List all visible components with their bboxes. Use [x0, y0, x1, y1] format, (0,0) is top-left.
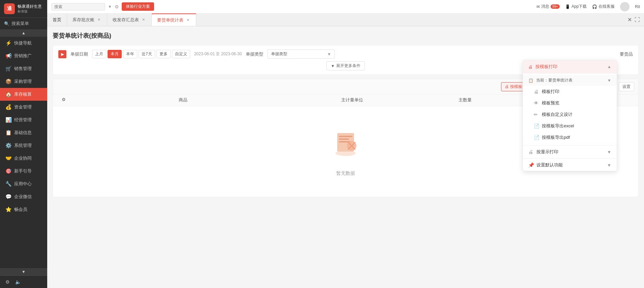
dropdown-title: 按模板打印	[535, 64, 557, 70]
topbar-search-input[interactable]	[51, 3, 105, 10]
marketing-icon: 📢	[5, 53, 11, 59]
date-btn-more[interactable]: 更多	[156, 50, 171, 58]
sidebar-item-basics[interactable]: 📋 基础信息	[0, 126, 47, 139]
member-icon: ⭐	[5, 206, 11, 213]
template-pdf-label: 按模板导出pdf	[542, 134, 570, 140]
col-header-settings[interactable]: ⚙	[57, 97, 70, 103]
audio-icon[interactable]: 🔈	[15, 279, 21, 285]
sidebar-item-marketing[interactable]: 📢 营销推广	[0, 50, 47, 62]
dropdown-current-section: 📋 当前：要货单统计表 ▼ 🖨 模板打印 👁 模板预览 ✏ 模板自定义设计	[523, 73, 617, 145]
page-content: 要货单统计表(按商品) ▶ 单据日期 上月 本月 本年 近7天 更多 自定义 2…	[47, 26, 644, 288]
dropdown-default-func[interactable]: 📌 设置默认功能 ▼	[523, 159, 617, 171]
current-template-arrow[interactable]: ▼	[607, 78, 611, 83]
main-area: ▼ ⚙ 体验行业方案 ✉ 消息 99+ 📱 App下载 🎧 在线客服 Rit 首…	[47, 0, 644, 288]
search-menu-item[interactable]: 🔍 搜索菜单	[0, 18, 47, 29]
sidebar-item-label: 畅会员	[14, 206, 27, 213]
sidebar-scroll-down[interactable]: ▼	[0, 268, 47, 276]
topbar-chevron-icon[interactable]: ▼	[108, 4, 112, 9]
svg-rect-3	[339, 138, 349, 140]
filter-expand-icon[interactable]: ▶	[58, 50, 66, 58]
sidebar-item-app-center[interactable]: 🔧 应用中心	[0, 178, 47, 190]
user-avatar[interactable]	[620, 2, 630, 11]
sidebar-scroll-up[interactable]: ▲	[0, 29, 47, 37]
sidebar-item-operations[interactable]: 📊 经营管理	[0, 114, 47, 126]
tab-expand-icon[interactable]: ⛶	[635, 17, 640, 23]
online-service-item[interactable]: 🎧 在线客服	[592, 4, 615, 9]
dropdown-template-excel[interactable]: 📄 按模板导出excel	[523, 120, 617, 132]
wechat-icon: 💬	[5, 194, 11, 200]
tab-order-stats-close[interactable]: ✕	[185, 18, 191, 23]
page-title: 要货单统计表(按商品)	[53, 32, 639, 40]
sidebar-item-purchase[interactable]: 📦 采购管理	[0, 75, 47, 88]
tab-home[interactable]: 首页	[47, 13, 67, 26]
tabbar: 首页 库存批次账 ✕ 收发存汇总表 ✕ 要货单统计表 ✕ ✕ ⛶	[47, 13, 644, 26]
template-preview-icon: 👁	[534, 100, 539, 106]
tab-receipt-summary[interactable]: 收发存汇总表 ✕	[107, 13, 152, 26]
dropdown-display-print[interactable]: 🖨 按显示打印 ▼	[523, 146, 617, 158]
dropdown-header: 🖨 按模板打印 ▲	[523, 60, 617, 73]
dropdown-template-pdf[interactable]: 📄 按模板导出pdf	[523, 132, 617, 143]
tab-order-stats[interactable]: 要货单统计表 ✕	[152, 13, 196, 26]
date-filter-label: 单据日期	[70, 51, 88, 57]
date-btn-this-month[interactable]: 本月	[108, 50, 122, 58]
tab-batch-accounts-close[interactable]: ✕	[96, 17, 101, 22]
expand-more-btn[interactable]: ▼ 展开更多条件	[326, 61, 365, 70]
order-goods-label: 要货品	[620, 51, 633, 57]
order-type-select[interactable]: 单据类型 ▼	[267, 50, 335, 59]
select-arrow-icon: ▼	[327, 52, 331, 57]
trial-button[interactable]: 体验行业方案	[122, 2, 154, 11]
tab-close-window-icon[interactable]: ✕	[627, 17, 632, 23]
app-logo-icon: 通	[4, 3, 15, 14]
date-btn-this-year[interactable]: 本年	[123, 50, 137, 58]
default-func-arrow: ▼	[607, 163, 611, 168]
sidebar-item-system[interactable]: ⚙️ 系统管理	[0, 139, 47, 152]
sidebar-bottom: ⚙ 🔈	[0, 276, 47, 288]
settings-button[interactable]: 设置	[619, 82, 634, 91]
empty-text: 暂无数据	[336, 170, 355, 177]
sidebar-item-inventory[interactable]: 🏠 库存核算	[0, 88, 47, 101]
sidebar-item-label: 新手引导	[14, 168, 32, 174]
sales-icon: 🛒	[5, 66, 11, 72]
sidebar-item-sales[interactable]: 🛒 销售管理	[0, 62, 47, 75]
tab-receipt-summary-close[interactable]: ✕	[141, 17, 146, 22]
dropdown-template-preview[interactable]: 👁 模板预览	[523, 97, 617, 109]
sidebar-item-quick-nav[interactable]: ⚡ 快捷导航	[0, 37, 47, 50]
sidebar-item-collab[interactable]: 🤝 企业协同	[0, 152, 47, 165]
date-btn-custom[interactable]: 自定义	[172, 50, 190, 58]
date-btn-7days[interactable]: 近7天	[139, 50, 155, 58]
empty-icon	[329, 126, 362, 166]
dropdown-template-print[interactable]: 🖨 模板打印	[523, 86, 617, 97]
display-print-arrow: ▼	[607, 150, 611, 155]
print-dropdown: 🖨 按模板打印 ▲ 📋 当前：要货单统计表 ▼ 🖨 模板打印	[523, 60, 617, 171]
sidebar-item-finance[interactable]: 💰 资金管理	[0, 101, 47, 114]
sidebar-item-wechat[interactable]: 💬 企业微信	[0, 190, 47, 203]
app-download-item[interactable]: 📱 App下载	[565, 4, 587, 9]
purchase-icon: 📦	[5, 78, 11, 85]
template-preview-label: 模板预览	[542, 100, 559, 106]
col-header-goods: 商品	[70, 97, 296, 103]
filter-row-1: ▶ 单据日期 上月 本月 本年 近7天 更多 自定义 2023-06-01 至 …	[58, 50, 633, 59]
default-func-left: 📌 设置默认功能	[528, 162, 563, 168]
message-item[interactable]: ✉ 消息 99+	[536, 4, 560, 9]
sidebar-item-newbie[interactable]: 🎯 新手引导	[0, 165, 47, 178]
topbar-right: ✉ 消息 99+ 📱 App下载 🎧 在线客服 Rit	[536, 2, 640, 11]
tab-batch-accounts[interactable]: 库存批次账 ✕	[67, 13, 107, 26]
date-btn-last-month[interactable]: 上月	[92, 50, 106, 58]
dropdown-template-custom[interactable]: ✏ 模板自定义设计	[523, 109, 617, 120]
order-type-select-placeholder: 单据类型	[271, 51, 287, 57]
finance-icon: 💰	[5, 104, 11, 110]
template-pdf-icon: 📄	[534, 135, 539, 140]
app-center-icon: 🔧	[5, 181, 11, 187]
dropdown-collapse-icon[interactable]: ▲	[607, 64, 611, 69]
current-template-icon: 📋	[528, 78, 533, 83]
sidebar: 通 畅康通好生意 标准版 🔍 搜索菜单 ▲ ⚡ 快捷导航 📢 营销推广 🛒 销售…	[0, 0, 47, 288]
topbar: ▼ ⚙ 体验行业方案 ✉ 消息 99+ 📱 App下载 🎧 在线客服 Rit	[47, 0, 644, 13]
username-label: Rit	[635, 4, 640, 9]
print-icon: 🖨	[505, 84, 509, 89]
settings-bottom-icon[interactable]: ⚙	[5, 279, 10, 285]
sidebar-item-member[interactable]: ⭐ 畅会员	[0, 203, 47, 216]
template-print-icon: 🖨	[534, 89, 539, 94]
sidebar-item-label: 基础信息	[14, 130, 32, 136]
sidebar-item-label: 采购管理	[14, 78, 32, 85]
topbar-gear-icon[interactable]: ⚙	[115, 4, 119, 9]
